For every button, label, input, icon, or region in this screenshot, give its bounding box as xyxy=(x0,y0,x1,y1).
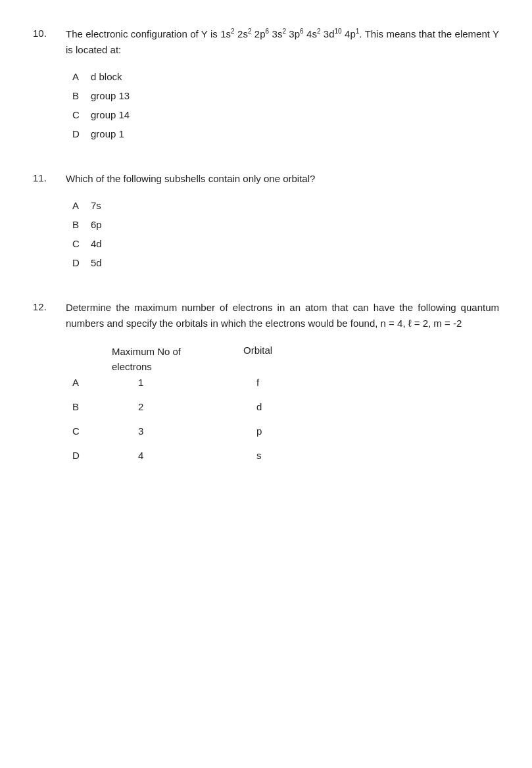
question-12-text: Determine the maximum number of electron… xyxy=(66,300,499,331)
option-11-d-letter: D xyxy=(72,257,91,268)
option-10-b-letter: B xyxy=(72,90,91,101)
q12-row-a-orbital: f xyxy=(204,377,296,388)
q12-row-d-number: 4 xyxy=(99,450,204,461)
question-12-table: Maximum No of electrons Orbital A 1 f B … xyxy=(72,345,499,461)
q12-row-c-number: 3 xyxy=(99,425,204,437)
option-11-b: B 6p xyxy=(72,219,499,230)
option-11-d: D 5d xyxy=(72,257,499,268)
option-10-a-text: d block xyxy=(91,71,122,82)
q12-col1-line1: Maximum No of xyxy=(112,346,181,357)
q12-header-orbital: Orbital xyxy=(204,345,296,374)
q12-row-d: D 4 s xyxy=(72,450,499,461)
q12-row-b-letter: B xyxy=(72,401,99,412)
q12-header: Maximum No of electrons Orbital xyxy=(72,345,499,374)
option-10-c: C group 14 xyxy=(72,109,499,120)
q12-row-b: B 2 d xyxy=(72,401,499,412)
option-10-b: B group 13 xyxy=(72,90,499,101)
option-11-b-text: 6p xyxy=(91,219,102,230)
question-11-options: A 7s B 6p C 4d D 5d xyxy=(72,200,499,268)
q12-header-maxno: Maximum No of electrons xyxy=(99,345,204,374)
q12-row-c-letter: C xyxy=(72,425,99,437)
q12-row-b-number: 2 xyxy=(99,401,204,412)
option-11-a-text: 7s xyxy=(91,200,101,211)
option-11-a: A 7s xyxy=(72,200,499,211)
q12-row-c: C 3 p xyxy=(72,425,499,437)
q12-col1-line2: electrons xyxy=(112,361,152,372)
question-12-content: Determine the maximum number of electron… xyxy=(66,300,499,474)
question-10-options: A d block B group 13 C group 14 D group … xyxy=(72,71,499,139)
option-11-b-letter: B xyxy=(72,219,91,230)
question-10-number: 10. xyxy=(33,26,66,147)
question-10: 10. The electronic configuration of Y is… xyxy=(33,26,499,147)
q12-row-b-orbital: d xyxy=(204,401,296,412)
question-11: 11. Which of the following subshells con… xyxy=(33,171,499,276)
option-10-d-letter: D xyxy=(72,128,91,139)
q12-header-empty xyxy=(72,345,99,374)
option-11-c: C 4d xyxy=(72,238,499,249)
question-11-text: Which of the following subshells contain… xyxy=(66,171,499,187)
option-11-a-letter: A xyxy=(72,200,91,211)
option-10-d-text: group 1 xyxy=(91,128,124,139)
question-10-text: The electronic configuration of Y is 1s2… xyxy=(66,26,499,58)
question-11-content: Which of the following subshells contain… xyxy=(66,171,499,276)
q12-row-a-number: 1 xyxy=(99,377,204,388)
question-12-number: 12. xyxy=(33,300,66,474)
option-11-c-letter: C xyxy=(72,238,91,249)
option-10-a: A d block xyxy=(72,71,499,82)
option-10-c-letter: C xyxy=(72,109,91,120)
q12-row-c-orbital: p xyxy=(204,425,296,437)
option-10-a-letter: A xyxy=(72,71,91,82)
option-10-d: D group 1 xyxy=(72,128,499,139)
option-11-c-text: 4d xyxy=(91,238,102,249)
question-10-content: The electronic configuration of Y is 1s2… xyxy=(66,26,499,147)
q12-row-d-letter: D xyxy=(72,450,99,461)
option-10-b-text: group 13 xyxy=(91,90,130,101)
q12-row-d-orbital: s xyxy=(204,450,296,461)
q12-row-a: A 1 f xyxy=(72,377,499,388)
question-11-number: 11. xyxy=(33,171,66,276)
option-10-c-text: group 14 xyxy=(91,109,130,120)
q12-row-a-letter: A xyxy=(72,377,99,388)
question-12: 12. Determine the maximum number of elec… xyxy=(33,300,499,474)
option-11-d-text: 5d xyxy=(91,257,102,268)
